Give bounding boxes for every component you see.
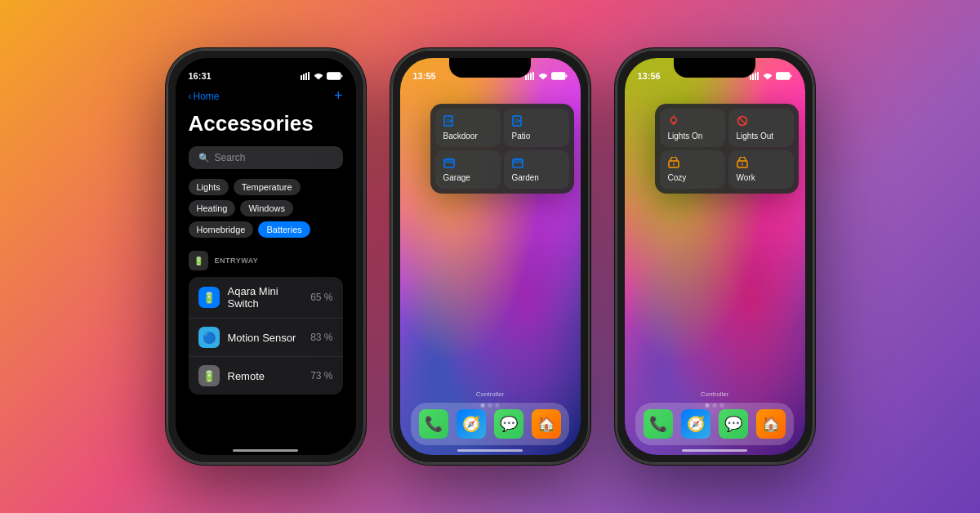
cozy-icon xyxy=(668,157,717,171)
svg-rect-23 xyxy=(757,72,759,80)
item-name-1: Motion Sensor xyxy=(228,332,303,344)
popup-item-lights-on[interactable]: Lights On xyxy=(660,109,725,147)
svg-rect-3 xyxy=(308,72,310,80)
phone-1: 16:31 ‹ Home + Accessories 🔍 xyxy=(166,48,366,465)
notch-2 xyxy=(449,58,531,78)
back-button[interactable]: ‹ Home xyxy=(189,91,220,102)
lights-out-icon xyxy=(737,115,786,129)
dock-2: 📞 🧭 💬 🏠 xyxy=(411,403,569,445)
svg-rect-6 xyxy=(525,75,527,80)
svg-line-30 xyxy=(739,118,746,124)
popup-item-cozy[interactable]: Cozy xyxy=(660,150,725,189)
section-header: 🔋 ENTRYWAY xyxy=(176,251,356,277)
notch-3 xyxy=(674,58,755,78)
lights-on-label: Lights On xyxy=(668,132,717,141)
dock-messages-2[interactable]: 💬 xyxy=(494,409,523,439)
popup-item-work[interactable]: Work xyxy=(728,150,794,189)
phone-3: 13:56 Lights On Lights Out xyxy=(615,48,815,465)
svg-rect-5 xyxy=(327,74,337,78)
dock-phone-3[interactable]: 📞 xyxy=(644,409,673,439)
lights-out-label: Lights Out xyxy=(737,132,786,141)
home-indicator-3 xyxy=(682,449,747,452)
work-icon xyxy=(737,157,786,171)
popup-item-garage[interactable]: Garage xyxy=(435,150,501,189)
popup-menu-2: Backdoor Patio Garage Garden xyxy=(430,104,574,194)
tag-temperature[interactable]: Temperature xyxy=(234,179,301,195)
home-indicator-1 xyxy=(233,449,298,452)
item-value-0: 65 % xyxy=(310,292,332,303)
status-icons-2 xyxy=(525,72,568,80)
status-icons-3 xyxy=(750,72,792,80)
garage-icon xyxy=(443,157,492,171)
svg-rect-2 xyxy=(305,73,307,80)
list-item-2[interactable]: 🔋 Remote 73 % xyxy=(189,357,343,395)
svg-rect-11 xyxy=(552,74,562,78)
garden-icon xyxy=(512,157,561,171)
back-label: Home xyxy=(194,91,220,102)
svg-rect-0 xyxy=(301,75,302,80)
patio-icon xyxy=(512,115,561,129)
dock-safari-2[interactable]: 🧭 xyxy=(457,409,486,439)
controller-label-2: Controller xyxy=(476,390,505,398)
section-icon: 🔋 xyxy=(189,251,208,270)
item-icon-1: 🔵 xyxy=(198,327,220,348)
svg-rect-8 xyxy=(530,73,532,80)
phone-3-screen: 13:56 Lights On Lights Out xyxy=(625,58,805,455)
tag-batteries[interactable]: Batteries xyxy=(258,221,310,238)
dock-phone-2[interactable]: 📞 xyxy=(419,409,448,439)
list-item-1[interactable]: 🔵 Motion Sensor 83 % xyxy=(189,319,343,357)
dock-3: 📞 🧭 💬 🏠 xyxy=(635,403,794,445)
search-bar[interactable]: 🔍 Search xyxy=(189,146,343,169)
search-icon: 🔍 xyxy=(198,153,210,163)
dock-messages-3[interactable]: 💬 xyxy=(719,409,748,439)
phone-2: 13:55 Backdoor Patio xyxy=(390,48,590,465)
filter-tags: Lights Temperature Heating Windows Homeb… xyxy=(176,179,356,238)
svg-point-14 xyxy=(450,120,452,122)
tag-windows[interactable]: Windows xyxy=(240,200,293,216)
tag-lights[interactable]: Lights xyxy=(189,179,229,195)
popup-item-garden[interactable]: Garden xyxy=(504,150,569,189)
item-name-0: Aqara Mini Switch xyxy=(228,285,303,310)
item-value-2: 73 % xyxy=(310,370,332,381)
home-indicator-2 xyxy=(457,449,523,452)
add-button[interactable]: + xyxy=(334,87,343,105)
search-placeholder: Search xyxy=(215,152,246,163)
notch-1 xyxy=(225,58,306,78)
item-icon-2: 🔋 xyxy=(198,365,220,386)
svg-rect-1 xyxy=(303,74,305,81)
dock-home-2[interactable]: 🏠 xyxy=(532,409,561,439)
item-value-1: 83 % xyxy=(310,332,332,343)
item-name-2: Remote xyxy=(228,370,303,382)
svg-rect-25 xyxy=(777,74,786,78)
phone-1-screen: 16:31 ‹ Home + Accessories 🔍 xyxy=(176,58,356,455)
time-2: 13:55 xyxy=(413,71,436,81)
lights-on-icon xyxy=(668,115,717,129)
svg-rect-9 xyxy=(532,72,534,80)
svg-rect-21 xyxy=(752,74,754,81)
section-title: ENTRYWAY xyxy=(215,256,259,265)
item-icon-0: 🔋 xyxy=(198,287,220,308)
phone-2-screen: 13:55 Backdoor Patio xyxy=(400,58,581,455)
list-item-0[interactable]: 🔋 Aqara Mini Switch 65 % xyxy=(189,277,343,319)
controller-label-3: Controller xyxy=(701,390,729,398)
time-3: 13:56 xyxy=(638,71,661,81)
dock-home-3[interactable]: 🏠 xyxy=(756,409,786,439)
popup-item-backdoor[interactable]: Backdoor xyxy=(435,109,501,147)
tag-heating[interactable]: Heating xyxy=(189,200,236,216)
patio-label: Patio xyxy=(512,132,561,141)
popup-item-lights-out[interactable]: Lights Out xyxy=(728,109,794,147)
time-1: 16:31 xyxy=(189,71,212,81)
svg-rect-20 xyxy=(750,75,751,80)
garage-label: Garage xyxy=(443,173,492,182)
popup-menu-3: Lights On Lights Out Cozy Work xyxy=(655,104,799,194)
svg-rect-7 xyxy=(528,74,529,81)
garden-label: Garden xyxy=(512,173,561,182)
status-icons-1 xyxy=(301,72,343,80)
dock-safari-3[interactable]: 🧭 xyxy=(681,409,710,439)
cozy-label: Cozy xyxy=(668,173,717,182)
tag-homebridge[interactable]: Homebridge xyxy=(189,221,254,238)
backdoor-icon xyxy=(443,115,492,129)
backdoor-label: Backdoor xyxy=(443,132,492,141)
work-label: Work xyxy=(737,173,786,182)
popup-item-patio[interactable]: Patio xyxy=(504,109,569,147)
